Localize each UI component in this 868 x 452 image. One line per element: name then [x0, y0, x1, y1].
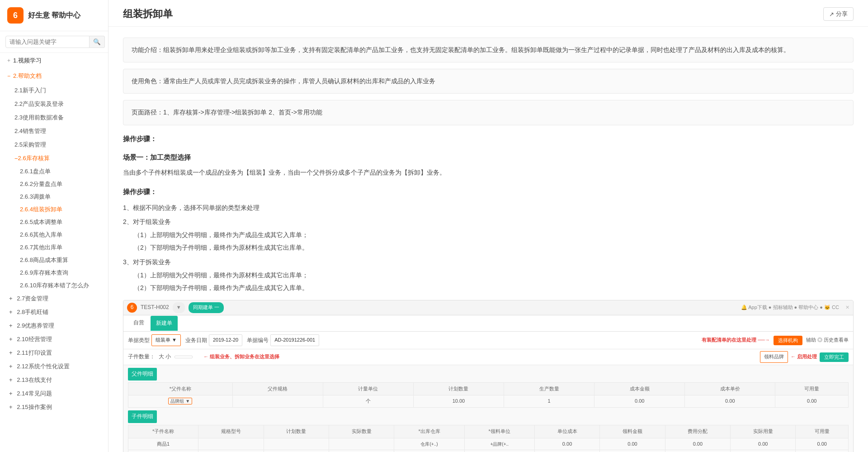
mock-child-row: 商品1 仓库(+..) +品牌(+.. 0.00 0.00 0.00 0.00 …	[128, 438, 849, 450]
sidebar-item-newcomer[interactable]: 2.1新手入门	[0, 84, 108, 97]
mock-tabs: 自营 新建单	[123, 315, 853, 332]
path-intro-block: 页面路径：1、库存核算->库存管理->组装拆卸单 2、首页->常用功能	[123, 100, 854, 125]
mock-tab-new[interactable]: 新建单	[151, 316, 178, 331]
mock-th: 可用量	[775, 382, 849, 395]
sidebar-item-video[interactable]: + 1.视频学习	[0, 53, 108, 68]
mock-parent-section: 父件明细 *父件名称 父件规格 计量单位 计划数量 生产数量 成本金额 成本单价…	[123, 365, 853, 408]
search-button[interactable]: 🔍	[90, 36, 105, 48]
mock-th: 计划数量	[413, 382, 504, 395]
mock-th: *出库仓库	[394, 425, 464, 438]
sidebar-item-stockerror[interactable]: 2.6.10库存账本错了怎么办	[0, 279, 108, 292]
mock-confirm-btn[interactable]: 立即完工	[820, 352, 849, 362]
sidebar-sub-label: 2.4销售管理	[14, 128, 46, 134]
sidebar-item-inventory[interactable]: − 2.6库存核算	[0, 152, 108, 165]
sidebar-item-sales[interactable]: 2.4销售管理	[0, 124, 108, 138]
mock-th: 成本金额	[594, 382, 685, 395]
mock-td: 0.00	[600, 438, 665, 450]
mock-td: 0.00	[685, 395, 775, 408]
mock-td: 60.0	[394, 450, 464, 452]
step1: 1、根据不同的业务，选择不同单据的类型来处理	[123, 202, 854, 214]
step2-sub1: （1）上部明细为父件明细，最终作为产成品生成其它入库单；	[123, 229, 854, 241]
mock-td: 1(小+..)	[264, 450, 329, 452]
step3-sub1: （1）上部明细为父件明细，最终作为原材料生成其它出库单；	[123, 270, 854, 281]
expand-icon: +	[9, 336, 13, 343]
mock-th: 父件规格	[232, 382, 323, 395]
expand-icon: +	[7, 57, 10, 64]
path-intro-text: 页面路径：1、库存核算->库存管理->组装拆卸单 2、首页->常用功能	[132, 109, 322, 116]
share-button[interactable]: ↗ 分享	[823, 7, 854, 21]
mock-tab-ziying[interactable]: 自营	[128, 315, 150, 332]
mock-child-section: 子件明细 *子件名称 规格型号 计划数量 实际数量 *出库仓库 *领料单位 单位…	[123, 408, 853, 452]
role-intro-text: 使用角色：通常由生产人员或库管人员完成拆装业务的操作，库管人员确认原材料的出库和…	[132, 77, 435, 85]
sidebar-item-coupon[interactable]: + 2.9优惠券管理	[0, 319, 108, 333]
mock-num-input[interactable]: AD-20191226-001	[270, 334, 319, 346]
mock-th: 计划数量	[264, 425, 329, 438]
role-intro-block: 使用角色：通常由生产人员或库管人员完成拆装业务的操作，库管人员确认原材料的出库和…	[123, 69, 854, 94]
mock-td: 品牌组 ▼	[128, 395, 233, 408]
sidebar-item-install[interactable]: 2.2产品安装及登录	[0, 97, 108, 111]
sidebar-item-operation[interactable]: + 2.10经营管理	[0, 333, 108, 346]
sidebar-item-stocktake[interactable]: 2.6.1盘点单	[0, 165, 108, 178]
mock-select-btn[interactable]: 选择机构	[774, 336, 802, 345]
sidebar-item-onlinepay[interactable]: + 2.13在线支付	[0, 373, 108, 387]
feature-intro-block: 功能介绍：组装拆卸单用来处理企业组装或拆卸等加工业务，支持有固定装配清单的产品加…	[123, 38, 854, 62]
mock-td: 商品2	[128, 450, 198, 452]
mock-action-btn: 同期建单 一	[189, 302, 224, 313]
mock-extra-btns: 辅助 ◎ 历史查看单	[806, 336, 849, 345]
page-title: 组装拆卸单	[123, 7, 173, 21]
sidebar-search-bar: 🔍	[0, 31, 108, 53]
sidebar-item-transfer[interactable]: 2.6.3调拨单	[0, 190, 108, 203]
mock-td: 0.00	[796, 438, 849, 450]
sidebar-item-costadj[interactable]: 2.6.5成本调整单	[0, 216, 108, 228]
mock-date-input[interactable]: 2019-12-20	[209, 334, 242, 346]
sidebar-item-faq[interactable]: + 2.14常见问题	[0, 387, 108, 400]
mock-td: 0.00	[594, 395, 685, 408]
expand-icon: +	[9, 363, 13, 370]
mock-child-table: *子件名称 规格型号 计划数量 实际数量 *出库仓库 *领料单位 单位成本 领料…	[128, 425, 849, 452]
mock-toolbar-row: 单据类型 组装单 ▼ 业务日期 2019-12-20 单据编号 AD-20191…	[123, 332, 853, 349]
feature-intro-text: 功能介绍：组装拆卸单用来处理企业组装或拆卸等加工业务，支持有固定装配清单的产品加…	[132, 46, 790, 53]
sidebar-item-costcalc[interactable]: 2.6.8商品成本重算	[0, 254, 108, 266]
sidebar-item-assembly[interactable]: 2.6.4组装拆卸单	[0, 203, 108, 216]
mock-td: 仓库(+..)	[394, 438, 464, 450]
mock-dropdown: ▼	[173, 302, 185, 313]
mock-td	[198, 450, 264, 452]
mock-td: +品牌(+..	[464, 438, 534, 450]
mock-qty-input[interactable]	[175, 356, 193, 358]
sidebar-item-mobile[interactable]: + 2.8手机旺铺	[0, 305, 108, 319]
sidebar-item-docs[interactable]: − 2.帮助文档	[0, 68, 108, 84]
expand-icon: +	[9, 349, 13, 356]
sidebar-item-otherinput[interactable]: 2.6.6其他入库单	[0, 228, 108, 241]
sidebar-item-print[interactable]: + 2.11打印设置	[0, 346, 108, 360]
sidebar-sub-label: 2.5采购管理	[14, 141, 46, 148]
main-content: 组装拆卸单 ↗ 分享 功能介绍：组装拆卸单用来处理企业组装或拆卸等加工业务，支持…	[108, 0, 868, 452]
mock-type-input[interactable]: 组装单 ▼	[151, 334, 181, 346]
sidebar-logo: 6 好生意 帮助中心	[0, 0, 108, 31]
mock-logo: 6	[127, 303, 137, 313]
mock-th: 费用分配	[665, 425, 730, 438]
mock-org-input[interactable]: 领料品牌	[760, 351, 788, 363]
content-body: 功能介绍：组装拆卸单用来处理企业组装或拆卸等加工业务，支持有固定装配清单的产品加…	[108, 27, 868, 452]
sidebar-item-label: 2.帮助文档	[13, 72, 42, 80]
expand-icon: +	[9, 376, 13, 383]
sidebar-item-label: 1.视频学习	[13, 57, 42, 65]
sidebar-item-otherout[interactable]: 2.6.7其他出库单	[0, 241, 108, 254]
mock-field-label: 单据编号	[247, 336, 269, 346]
sidebar-item-partialstock[interactable]: 2.6.2分量盘点单	[0, 178, 108, 190]
mock-td: 0.00	[731, 438, 796, 450]
sidebar-item-cases[interactable]: + 2.15操作案例	[0, 400, 108, 414]
scene1-title: 场景一：加工类型选择	[123, 151, 854, 163]
mock-th: 领料金额	[600, 425, 665, 438]
mock-th: 生产数量	[504, 382, 594, 395]
sidebar-item-funds[interactable]: + 2.7资金管理	[0, 292, 108, 305]
sidebar-item-stockquery[interactable]: 2.6.9库存账本查询	[0, 266, 108, 279]
sidebar-item-purchase[interactable]: 2.5采购管理	[0, 138, 108, 152]
search-input[interactable]	[5, 36, 90, 48]
mock-parent-row: 品牌组 ▼ 个 10.00 1 0.00 0.00 0.00	[128, 395, 849, 408]
mock-th: 实际用量	[731, 425, 796, 438]
mock-section-header: 父件明细	[128, 368, 157, 381]
mock-child-section-header: 子件明细	[128, 410, 157, 423]
sidebar-item-sysconfig[interactable]: + 2.12系统个性化设置	[0, 360, 108, 373]
scene1-desc: 当由多个子件材料组装成一个成品的业务为【组装】业务，当由一个父件拆分成多个子产品…	[123, 167, 854, 178]
sidebar-item-prepare[interactable]: 2.3使用前数据准备	[0, 111, 108, 124]
